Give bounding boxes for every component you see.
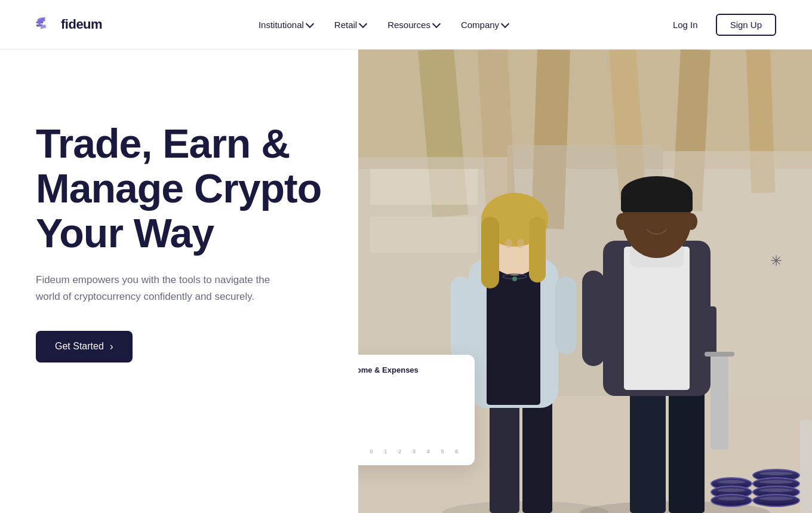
- svg-rect-41: [621, 194, 693, 212]
- logo[interactable]: fideum: [36, 17, 102, 32]
- nav-item-resources[interactable]: Resources: [379, 15, 448, 35]
- nav-item-company[interactable]: Company: [453, 15, 516, 35]
- get-started-label: Get Started: [55, 341, 104, 352]
- chevron-down-icon: [306, 19, 314, 27]
- arrow-right-icon: ›: [110, 340, 113, 353]
- nav-label-resources: Resources: [387, 20, 430, 30]
- svg-rect-3: [45, 17, 54, 32]
- chart-x-label-4: 4: [427, 449, 430, 454]
- get-started-button[interactable]: Get Started ›: [36, 331, 133, 363]
- svg-rect-19: [522, 396, 552, 513]
- svg-rect-33: [630, 384, 666, 513]
- brand-name: fideum: [61, 17, 102, 32]
- nav-label-company: Company: [461, 20, 499, 30]
- chart-x-label-0: 0: [370, 449, 373, 454]
- chart-x-label-1: 1: [384, 449, 387, 454]
- coins-decoration: [693, 411, 812, 507]
- chart-x-label-3: 3: [413, 449, 416, 454]
- chart-area: 100k 75k 50k 25k 0: [358, 383, 464, 454]
- hero-subtitle: Fideum empowers you with the tools to na…: [36, 272, 287, 304]
- navbar: fideum Institutional Retail Resources Co…: [0, 0, 812, 50]
- svg-rect-44: [582, 271, 605, 366]
- svg-rect-25: [529, 217, 546, 282]
- svg-rect-24: [481, 217, 499, 288]
- svg-rect-31: [555, 277, 576, 354]
- chart-card-title: Income & Expenses: [358, 365, 464, 374]
- nav-links: Institutional Retail Resources Company: [250, 15, 516, 35]
- svg-rect-37: [624, 247, 690, 390]
- star-decoration: ✳: [770, 253, 782, 269]
- svg-rect-18: [490, 396, 519, 513]
- chevron-down-icon: [359, 19, 367, 27]
- svg-point-43: [685, 213, 697, 230]
- logo-icon: [36, 17, 55, 32]
- svg-point-26: [505, 239, 512, 248]
- chevron-down-icon: [501, 19, 509, 27]
- chevron-down-icon: [432, 19, 441, 27]
- hero-content: Trade, Earn & Manage Crypto Your Way Fid…: [0, 50, 406, 398]
- svg-point-29: [512, 277, 517, 281]
- hero-title: Trade, Earn & Manage Crypto Your Way: [36, 121, 370, 255]
- chart-x-axis: 0 1 2 3 4 5 6: [364, 449, 464, 454]
- svg-rect-47: [705, 352, 734, 357]
- hero-image-area: ✳ Income & Expenses 100k 75k 5: [358, 50, 812, 513]
- svg-point-42: [616, 213, 628, 230]
- svg-rect-45: [705, 306, 716, 354]
- nav-item-retail[interactable]: Retail: [326, 15, 374, 35]
- svg-rect-30: [451, 277, 472, 360]
- chart-x-label-2: 2: [398, 449, 401, 454]
- svg-point-27: [517, 239, 524, 248]
- hero-section: Trade, Earn & Manage Crypto Your Way Fid…: [0, 50, 812, 513]
- login-button[interactable]: Log In: [665, 15, 706, 35]
- nav-label-institutional: Institutional: [259, 20, 304, 30]
- nav-label-retail: Retail: [334, 20, 357, 30]
- chart-x-label-5: 5: [441, 449, 444, 454]
- chart-card: Income & Expenses 100k 75k 50k 25k 0: [358, 355, 475, 465]
- chart-x-label-6: 6: [455, 449, 458, 454]
- nav-actions: Log In Sign Up: [665, 14, 776, 36]
- signup-button[interactable]: Sign Up: [716, 14, 776, 36]
- nav-item-institutional[interactable]: Institutional: [250, 15, 321, 35]
- chart-bars: [364, 383, 464, 444]
